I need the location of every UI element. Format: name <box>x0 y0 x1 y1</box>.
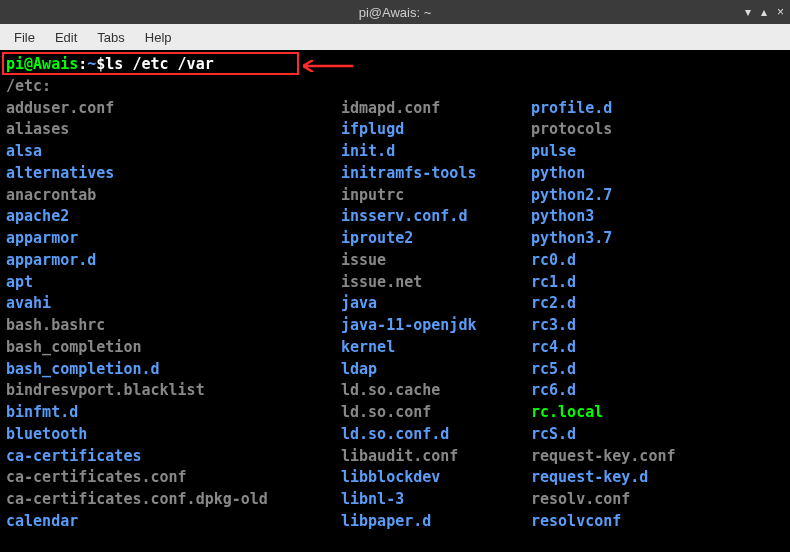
window-controls: ▾ ▴ × <box>745 5 784 19</box>
file-entry: libblockdev <box>341 467 531 489</box>
menu-tabs[interactable]: Tabs <box>89 27 132 48</box>
file-entry: apparmor <box>6 228 341 250</box>
menu-bar: File Edit Tabs Help <box>0 24 790 50</box>
file-entry: rc3.d <box>531 315 784 337</box>
file-entry: rc2.d <box>531 293 784 315</box>
file-entry: rc1.d <box>531 272 784 294</box>
file-entry: ld.so.cache <box>341 380 531 402</box>
prompt-command: ls /etc /var <box>105 54 213 76</box>
file-entry: rc5.d <box>531 359 784 381</box>
file-entry: bash.bashrc <box>6 315 341 337</box>
file-entry: resolvconf <box>531 511 784 533</box>
file-entry: calendar <box>6 511 341 533</box>
file-entry: bash_completion.d <box>6 359 341 381</box>
file-entry: binfmt.d <box>6 402 341 424</box>
file-entry: bindresvport.blacklist <box>6 380 341 402</box>
menu-edit[interactable]: Edit <box>47 27 85 48</box>
file-entry: ca-certificates <box>6 446 341 468</box>
prompt-colon: : <box>78 54 87 76</box>
file-entry: ld.so.conf.d <box>341 424 531 446</box>
file-listing: adduser.confidmapd.confprofile.daliasesi… <box>6 98 784 533</box>
file-entry: kernel <box>341 337 531 359</box>
file-entry: issue <box>341 250 531 272</box>
file-entry: pulse <box>531 141 784 163</box>
file-entry: python <box>531 163 784 185</box>
file-entry: issue.net <box>341 272 531 294</box>
file-entry: ldap <box>341 359 531 381</box>
file-entry: python3 <box>531 206 784 228</box>
file-entry: ifplugd <box>341 119 531 141</box>
file-entry: rc.local <box>531 402 784 424</box>
terminal-viewport[interactable]: pi@Awais:~ $ ls /etc /var /etc: adduser.… <box>0 50 790 552</box>
file-entry: request-key.conf <box>531 446 784 468</box>
file-entry: bluetooth <box>6 424 341 446</box>
file-entry: resolv.conf <box>531 489 784 511</box>
file-entry: avahi <box>6 293 341 315</box>
file-entry: iproute2 <box>341 228 531 250</box>
prompt-line: pi@Awais:~ $ ls /etc /var <box>6 54 784 76</box>
close-button[interactable]: × <box>777 5 784 19</box>
minimize-button[interactable]: ▾ <box>745 5 751 19</box>
prompt-dollar: $ <box>96 54 105 76</box>
file-entry: adduser.conf <box>6 98 341 120</box>
file-entry: rc0.d <box>531 250 784 272</box>
file-entry: initramfs-tools <box>341 163 531 185</box>
file-entry: protocols <box>531 119 784 141</box>
file-entry: libnl-3 <box>341 489 531 511</box>
file-entry: java <box>341 293 531 315</box>
menu-file[interactable]: File <box>6 27 43 48</box>
file-entry: ld.so.conf <box>341 402 531 424</box>
file-entry: idmapd.conf <box>341 98 531 120</box>
file-entry: libpaper.d <box>341 511 531 533</box>
file-entry: rc6.d <box>531 380 784 402</box>
file-entry: insserv.conf.d <box>341 206 531 228</box>
file-entry: apt <box>6 272 341 294</box>
file-entry: anacrontab <box>6 185 341 207</box>
file-entry: ca-certificates.conf <box>6 467 341 489</box>
prompt-path: ~ <box>87 54 96 76</box>
file-entry: apache2 <box>6 206 341 228</box>
file-entry: ca-certificates.conf.dpkg-old <box>6 489 341 511</box>
file-entry: rc4.d <box>531 337 784 359</box>
maximize-button[interactable]: ▴ <box>761 5 767 19</box>
prompt-user: pi@Awais <box>6 54 78 76</box>
file-entry: python2.7 <box>531 185 784 207</box>
menu-help[interactable]: Help <box>137 27 180 48</box>
output-section-header: /etc: <box>6 76 784 98</box>
file-entry: alternatives <box>6 163 341 185</box>
window-titlebar: pi@Awais: ~ ▾ ▴ × <box>0 0 790 24</box>
file-entry: python3.7 <box>531 228 784 250</box>
file-entry: aliases <box>6 119 341 141</box>
file-entry: rcS.d <box>531 424 784 446</box>
file-entry: init.d <box>341 141 531 163</box>
file-entry: apparmor.d <box>6 250 341 272</box>
window-title: pi@Awais: ~ <box>359 5 432 20</box>
file-entry: libaudit.conf <box>341 446 531 468</box>
file-entry: inputrc <box>341 185 531 207</box>
file-entry: profile.d <box>531 98 784 120</box>
file-entry: request-key.d <box>531 467 784 489</box>
file-entry: bash_completion <box>6 337 341 359</box>
file-entry: java-11-openjdk <box>341 315 531 337</box>
file-entry: alsa <box>6 141 341 163</box>
